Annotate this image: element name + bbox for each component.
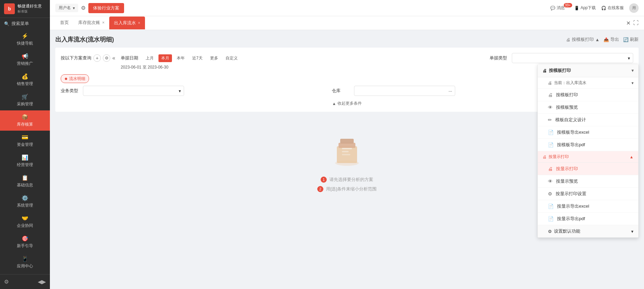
template-custom-icon: ✏	[548, 117, 552, 123]
tab-home[interactable]: 首页	[55, 16, 74, 30]
app-name: 畅捷通好生意	[18, 4, 42, 9]
tab-batch[interactable]: 库存批次账 ×	[74, 16, 109, 30]
sidebar-item-purchase[interactable]: 🛒 采购管理	[0, 90, 50, 110]
system-icon: ⚙️	[22, 195, 28, 201]
app-download-item[interactable]: 📱 App下载	[574, 5, 596, 11]
footer-chevron[interactable]: ▾	[631, 229, 634, 234]
chevron-down-icon: ▾	[73, 6, 75, 10]
message-icon: 💬	[550, 6, 555, 10]
sidebar-item-finance[interactable]: 💳 资金管理	[0, 131, 50, 151]
window-maximize-icon[interactable]: ⛶	[633, 20, 639, 26]
message-badge: 99+	[564, 3, 572, 7]
app-download-label: App下载	[581, 5, 596, 11]
quick-nav-icon: ⚡	[22, 33, 28, 39]
display-excel-label: 按显示导出excel	[557, 203, 589, 209]
dropdown-item-display-settings[interactable]: ⚙ 按显示打印设置	[538, 188, 638, 200]
message-item[interactable]: 💬 消息 99+	[550, 5, 569, 11]
date-label: 单据日期	[121, 53, 141, 63]
tab-batch-close[interactable]: ×	[102, 20, 105, 25]
window-close-icon[interactable]: ✕	[626, 20, 631, 26]
dropdown-current[interactable]: 🖨 当前：出入库流水 ▾	[538, 77, 638, 89]
sidebar-item-operation[interactable]: 📊 经营管理	[0, 151, 50, 171]
selected-filter-tag[interactable]: ● 流水明细	[61, 74, 89, 83]
sidebar-item-basic[interactable]: 📋 基础信息	[0, 171, 50, 191]
sales-icon: 💰	[22, 73, 28, 80]
search-icon: 🔍	[4, 21, 9, 26]
print-btn[interactable]: 🖨 按模板打印 ▲	[566, 36, 599, 43]
warehouse-select[interactable]: ···	[354, 86, 455, 96]
filter-settings-btn[interactable]: ⚙	[103, 54, 110, 62]
refresh-btn[interactable]: 🔄 刷新	[623, 36, 639, 43]
user-selector[interactable]: 用户名 ▾	[55, 4, 78, 12]
export-icon: 📤	[604, 37, 609, 42]
sidebar-item-inventory[interactable]: 📦 库存核算	[0, 110, 50, 131]
user-avatar[interactable]: 用	[629, 3, 639, 13]
tab-flow[interactable]: 出入库流水 ×	[109, 17, 145, 29]
current-template-icon: 🖨	[548, 81, 552, 85]
date-btn-this-month[interactable]: 本月	[158, 54, 172, 62]
date-btn-more[interactable]: 更多	[207, 54, 221, 62]
dropdown-header[interactable]: 🖨 按模板打印 ▾	[538, 64, 638, 77]
biz-chevron: ▾	[179, 88, 181, 94]
dropdown-item-template-custom[interactable]: ✏ 模板自定义设计	[538, 114, 638, 126]
step-1-num: 1	[321, 177, 327, 183]
type-select[interactable]: ▾	[512, 53, 633, 63]
dropdown-item-template-pdf[interactable]: 📄 按模板导出pdf	[538, 139, 638, 151]
footer-settings-icon: ⚙	[548, 229, 552, 234]
filter-add-btn[interactable]: +	[93, 54, 101, 62]
topbar-settings-icon[interactable]: ⚙	[81, 5, 86, 11]
display-pdf-label: 按显示导出pdf	[557, 216, 585, 222]
export-btn[interactable]: 📤 导出	[604, 36, 619, 43]
dropdown-item-display-pdf[interactable]: 📄 按显示导出pdf	[538, 213, 638, 225]
svg-rect-3	[340, 139, 354, 143]
sidebar-item-guide[interactable]: 🎯 新手引导	[0, 232, 50, 252]
dropdown-item-template-print[interactable]: 🖨 按模板打印	[538, 89, 638, 101]
current-chevron[interactable]: ▾	[632, 81, 634, 85]
sidebar-item-system[interactable]: ⚙️ 系统管理	[0, 191, 50, 212]
sidebar-item-label: 快捷导航	[17, 41, 33, 46]
sidebar-item-marketing[interactable]: 📢 营销推广	[0, 50, 50, 70]
sidebar-item-wechat[interactable]: 💬 企业微信	[0, 272, 50, 274]
guide-icon: 🎯	[22, 235, 28, 242]
sidebar-item-label: 经营管理	[17, 162, 33, 168]
export-label: 导出	[610, 36, 619, 43]
tab-batch-label: 库存批次账	[78, 20, 100, 26]
dropdown-item-display-excel[interactable]: 📄 按显示导出excel	[538, 200, 638, 213]
dropdown-display-section[interactable]: 🖨 按显示打印 ▲	[538, 151, 638, 163]
date-btn-custom[interactable]: 自定义	[223, 54, 240, 62]
collapse-btn[interactable]: ▲ 收起更多条件	[332, 101, 362, 106]
date-btn-last-month[interactable]: 上月	[143, 54, 156, 62]
template-preview-label: 按模板预览	[556, 104, 578, 110]
date-btn-this-year[interactable]: 本年	[174, 54, 187, 62]
date-btn-7days[interactable]: 近7天	[189, 54, 205, 62]
filter-section-label: 按以下方案查询	[61, 53, 91, 63]
biz-select[interactable]: ▾	[83, 86, 184, 96]
sidebar-item-enterprise[interactable]: 🤝 企业协同	[0, 212, 50, 232]
sidebar-settings-icon[interactable]: ⚙	[4, 279, 9, 285]
sidebar-toggle-icon[interactable]: ◀▶	[38, 279, 46, 285]
sidebar-item-label: 新手引导	[17, 243, 33, 249]
dropdown-item-template-excel[interactable]: 📄 按模板导出excel	[538, 126, 638, 139]
tab-flow-close[interactable]: ×	[138, 21, 140, 25]
online-service-item[interactable]: 🎧 在线客服	[601, 5, 624, 11]
display-section-chevron[interactable]: ▲	[630, 155, 634, 159]
sidebar-item-appcenter[interactable]: 📱 应用中心	[0, 252, 50, 272]
dropdown-header-chevron[interactable]: ▾	[632, 68, 634, 73]
print-label: 按模板打印	[572, 36, 594, 43]
dropdown-footer[interactable]: ⚙ 设置默认功能 ▾	[538, 225, 638, 237]
dropdown-item-display-print[interactable]: 🖨 按显示打印	[538, 163, 638, 175]
filter-collapse-icon[interactable]: «	[112, 55, 115, 61]
dropdown-item-template-preview[interactable]: 👁 按模板预览	[538, 101, 638, 114]
collapse-text: 收起更多条件	[338, 101, 362, 106]
app-version: 标准版	[18, 9, 42, 14]
topbar-left: 用户名 ▾ ⚙ 体验行业方案	[55, 3, 548, 13]
sidebar-item-label: 应用中心	[17, 263, 33, 269]
step-1-text: 请先选择要分析的方案	[329, 177, 373, 183]
dropdown-item-display-preview[interactable]: 👁 按显示预览	[538, 175, 638, 188]
empty-illustration	[330, 136, 364, 170]
sidebar-item-sales[interactable]: 💰 销售管理	[0, 70, 50, 90]
industry-btn[interactable]: 体验行业方案	[88, 3, 124, 13]
sidebar-search[interactable]: 🔍 搜索菜单	[0, 18, 50, 29]
logo-text-block: 畅捷通好生意 标准版	[18, 4, 42, 14]
sidebar-item-quick-nav[interactable]: ⚡ 快捷导航	[0, 29, 50, 50]
